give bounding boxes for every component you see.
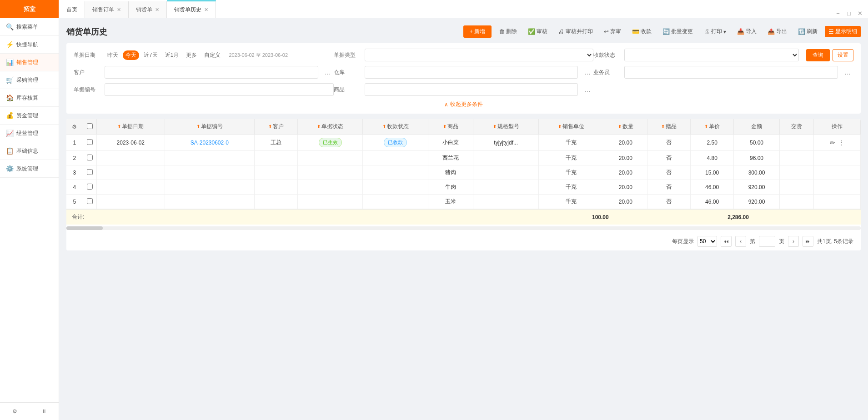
col-unit-price[interactable]: ⬆单价 <box>691 119 734 135</box>
filter-collect-status-label: 收款状态 <box>593 51 621 59</box>
table-cell <box>254 165 297 180</box>
print-button[interactable]: 🖨 打印 ▾ <box>700 26 730 37</box>
tab-sales-goods-close[interactable]: ✕ <box>155 7 159 13</box>
date-tab-today[interactable]: 今天 <box>123 50 139 60</box>
table-cell: 西兰花 <box>428 151 473 165</box>
review-button[interactable]: ✅ 审核 <box>524 26 551 37</box>
review-print-button[interactable]: 🖨 审核并打印 <box>555 26 597 37</box>
batch-change-button[interactable]: 🔄 批量变更 <box>659 26 697 37</box>
col-goods[interactable]: ⬆商品 <box>428 119 473 135</box>
table-cell <box>779 135 813 151</box>
warehouse-ellipsis-btn[interactable]: … <box>582 68 593 76</box>
col-customer[interactable]: ⬆客户 <box>254 119 297 135</box>
filter-doc-no-input[interactable] <box>105 83 334 96</box>
filter-goods-input[interactable] <box>365 83 578 96</box>
col-gift[interactable]: ⬆赠品 <box>647 119 690 135</box>
new-button[interactable]: + 新增 <box>463 25 492 38</box>
show-detail-button[interactable]: ☰ 显示明细 <box>825 26 861 37</box>
scroll-thumb[interactable] <box>66 226 103 230</box>
table-cell[interactable] <box>83 195 96 209</box>
tab-sales-goods[interactable]: 销货单 ✕ <box>129 1 167 18</box>
col-sales-unit[interactable]: ⬆销售单位 <box>539 119 604 135</box>
maximize-btn[interactable]: □ <box>844 9 853 18</box>
horizontal-scrollbar[interactable] <box>66 226 861 230</box>
sidebar-item-finance-mgmt[interactable]: 💰 资金管理 <box>0 107 59 125</box>
col-settings[interactable]: ⚙ <box>66 119 83 135</box>
filter-doc-type-select[interactable] <box>365 49 594 61</box>
table-row: 2西兰花千克20.00否4.8096.00 <box>66 151 861 165</box>
date-range-display: 2023-06-02 至 2023-06-02 <box>229 52 288 59</box>
close-btn[interactable]: ✕ <box>855 9 864 18</box>
table-cell[interactable] <box>813 165 860 180</box>
table-cell[interactable] <box>813 180 860 195</box>
filter-warehouse-input[interactable] <box>365 66 578 79</box>
table-cell <box>297 151 363 165</box>
filter-row-2: 客户 … 仓库 … 业务员 … <box>74 66 853 79</box>
sidebar-item-system-mgmt[interactable]: ⚙️ 系统管理 <box>0 160 59 178</box>
page-number-input[interactable]: 1 <box>759 236 775 247</box>
staff-ellipsis-btn[interactable]: … <box>842 68 853 76</box>
col-doc-date[interactable]: ⬆单据日期 <box>96 119 165 135</box>
date-tab-7days[interactable]: 近7天 <box>141 50 161 60</box>
import-button[interactable]: 📥 导入 <box>733 26 760 37</box>
table-cell[interactable] <box>83 151 96 165</box>
sidebar-item-quick-nav[interactable]: ⚡ 快捷导航 <box>0 36 59 54</box>
goods-ellipsis-btn[interactable]: … <box>582 85 593 94</box>
col-quantity[interactable]: ⬆数量 <box>604 119 647 135</box>
sidebar-item-search-menu[interactable]: 🔍 搜索菜单 <box>0 18 59 36</box>
sidebar-collapse-btn[interactable]: ⚙ <box>10 406 19 416</box>
table-cell[interactable]: ✏⋮ <box>813 135 860 151</box>
table-cell[interactable] <box>813 195 860 209</box>
date-tab-1month[interactable]: 近1月 <box>162 50 182 60</box>
edit-btn[interactable]: ✏ <box>828 138 837 147</box>
sidebar-item-sales-mgmt[interactable]: 📊 销售管理 <box>0 54 59 71</box>
query-button[interactable]: 查询 <box>806 49 830 61</box>
sidebar-pause-btn[interactable]: ⏸ <box>40 406 49 416</box>
table-cell <box>779 165 813 180</box>
per-page-select[interactable]: 50 100 200 <box>697 236 717 247</box>
filter-staff-input[interactable] <box>624 66 838 79</box>
filter-collect-status-select[interactable] <box>624 49 799 61</box>
customer-ellipsis-btn[interactable]: … <box>322 68 334 76</box>
export-button[interactable]: 📤 导出 <box>764 26 791 37</box>
date-tab-custom[interactable]: 自定义 <box>201 50 223 60</box>
settings-button[interactable]: 设置 <box>833 49 853 61</box>
sidebar-item-operations-mgmt[interactable]: 📈 经营管理 <box>0 125 59 142</box>
collect-button[interactable]: 💳 收款 <box>628 26 655 37</box>
table-cell[interactable] <box>83 165 96 180</box>
col-doc-status[interactable]: ⬆单据状态 <box>297 119 363 135</box>
table-cell[interactable] <box>83 135 96 151</box>
sidebar-item-inventory[interactable]: 🏠 库存核算 <box>0 89 59 107</box>
abandon-button[interactable]: ↩ 弃审 <box>600 26 625 37</box>
tab-home[interactable]: 首页 <box>59 1 85 18</box>
table-cell[interactable] <box>813 151 860 165</box>
col-doc-no[interactable]: ⬆单据编号 <box>165 119 255 135</box>
more-btn[interactable]: ⋮ <box>837 138 846 147</box>
minimize-btn[interactable]: − <box>833 9 843 18</box>
col-collect-status[interactable]: ⬆收款状态 <box>363 119 428 135</box>
filter-customer-input[interactable] <box>105 66 318 79</box>
refresh-button[interactable]: 🔃 刷新 <box>794 26 821 37</box>
table-cell: 46.00 <box>691 195 734 209</box>
sidebar-item-purchase-mgmt[interactable]: 🛒 采购管理 <box>0 71 59 89</box>
tab-sales-history[interactable]: 销货单历史 ✕ <box>167 0 216 18</box>
first-page-btn[interactable]: ⏮ <box>721 236 732 247</box>
filter-staff-item: 业务员 … <box>593 66 853 79</box>
prev-page-btn[interactable]: ‹ <box>735 236 746 247</box>
date-tab-yesterday[interactable]: 昨天 <box>105 50 121 60</box>
table-cell[interactable] <box>83 180 96 195</box>
col-spec-type[interactable]: ⬆规格型号 <box>473 119 539 135</box>
next-page-btn[interactable]: › <box>788 236 799 247</box>
collapse-button[interactable]: ∧ 收起更多条件 <box>74 100 853 108</box>
print-dropdown-icon[interactable]: ▾ <box>723 29 726 35</box>
tab-sales-history-close[interactable]: ✕ <box>204 7 208 13</box>
table-cell: 920.00 <box>734 180 780 195</box>
sidebar-item-basic-info[interactable]: 📋 基础信息 <box>0 142 59 160</box>
select-all-checkbox[interactable] <box>87 123 93 129</box>
delete-button[interactable]: 🗑 删除 <box>495 26 521 37</box>
last-page-btn[interactable]: ⏭ <box>803 236 813 247</box>
tab-sales-order-close[interactable]: ✕ <box>117 7 121 13</box>
import-label: 导入 <box>746 28 757 35</box>
date-tab-more[interactable]: 更多 <box>183 50 200 60</box>
tab-sales-order[interactable]: 销售订单 ✕ <box>85 1 129 18</box>
